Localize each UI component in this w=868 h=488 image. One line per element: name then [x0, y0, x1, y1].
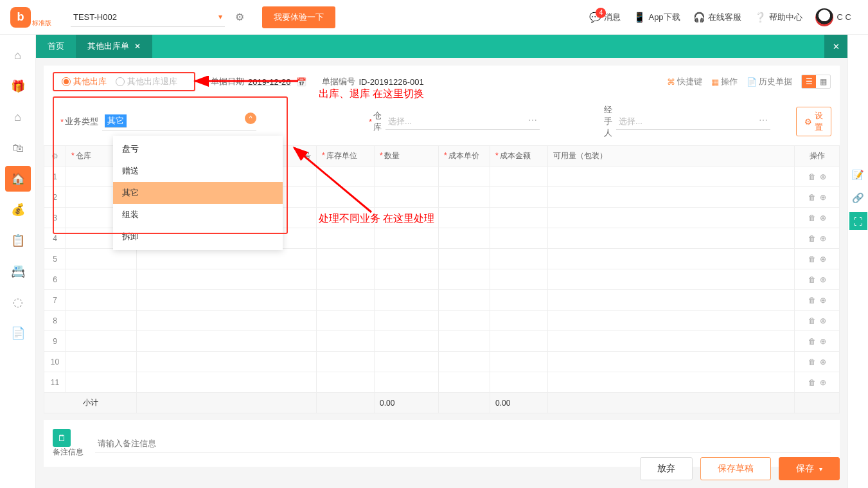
- edition-label: 标准版: [32, 19, 51, 28]
- avatar: [815, 8, 833, 26]
- gear-icon[interactable]: ⚙: [235, 11, 244, 23]
- user-menu[interactable]: C C: [815, 8, 851, 26]
- org-selector[interactable]: TEST-H002 ▾: [71, 8, 225, 27]
- cta-button[interactable]: 我要体验一下: [262, 6, 335, 28]
- messages-button[interactable]: 💬 消息 4: [589, 12, 621, 23]
- customer-service-button[interactable]: 🎧 在线客服: [693, 12, 741, 23]
- top-header: b 标准版 TEST-H002 ▾ ⚙ 我要体验一下 💬 消息 4 📱 App下…: [0, 0, 868, 35]
- help-icon: ❔: [754, 12, 766, 23]
- messages-badge: 4: [596, 8, 606, 18]
- org-name: TEST-H002: [73, 12, 117, 22]
- help-center-button[interactable]: ❔ 帮助中心: [754, 12, 802, 23]
- app-download-button[interactable]: 📱 App下载: [633, 12, 680, 23]
- app-logo: b: [10, 7, 31, 28]
- phone-icon: 📱: [633, 12, 646, 23]
- chevron-down-icon: ▾: [218, 12, 222, 21]
- headset-icon: 🎧: [693, 12, 705, 23]
